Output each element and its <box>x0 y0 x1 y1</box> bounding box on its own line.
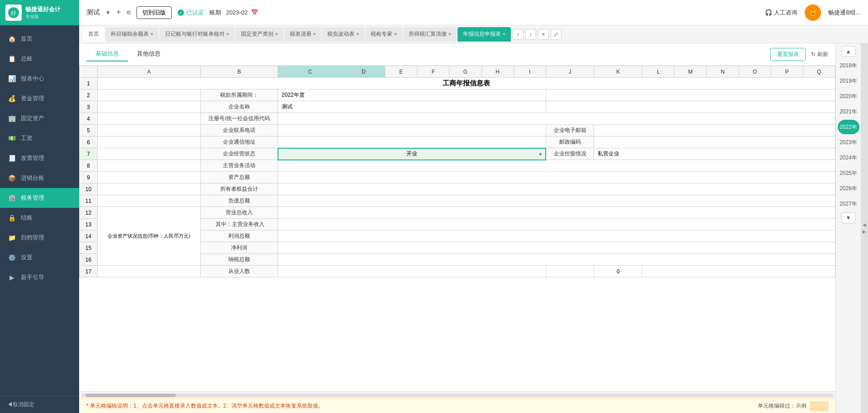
sidebar-item-archive[interactable]: 📁 归档管理 <box>0 228 79 248</box>
year-2018[interactable]: 2018年 <box>838 58 859 73</box>
workspace-settings-icon[interactable]: ⚙ <box>126 9 131 16</box>
cell-4-c[interactable] <box>278 113 835 125</box>
cell-6-b: 企业通信地址 <box>200 136 278 148</box>
tab-tax-expert-close[interactable]: × <box>394 32 397 37</box>
cell-13-c[interactable] <box>278 219 835 230</box>
svg-text:🐱: 🐱 <box>810 9 816 16</box>
tab-journal[interactable]: 日记账与银行对账单核对 × <box>160 27 235 42</box>
cell-15-c[interactable] <box>278 242 835 254</box>
tab-expand-button[interactable]: ⤢ <box>551 29 561 40</box>
tab-tax-table-close[interactable]: × <box>313 32 316 37</box>
invoice-icon: 🧾 <box>7 154 16 163</box>
table-row: 8 主营业务活动 <box>80 160 835 172</box>
h-scrollbar[interactable] <box>79 391 835 399</box>
cell-17-k[interactable]: 0 <box>594 266 642 277</box>
tab-tax-fluctuation-close[interactable]: × <box>356 32 359 37</box>
year-2023[interactable]: 2023年 <box>838 135 859 150</box>
cell-8-c[interactable] <box>278 160 835 172</box>
sidebar-item-home[interactable]: 🏠 首页 <box>0 29 79 49</box>
cell-1-title[interactable]: 工商年报信息表 <box>98 78 835 89</box>
switch-version-button[interactable]: 切到旧版 <box>137 6 172 19</box>
spreadsheet-wrapper[interactable]: A B C D E F G H I J K L <box>79 66 835 391</box>
year-2019[interactable]: 2019年 <box>838 74 859 88</box>
sidebar-label-archive: 归档管理 <box>21 234 44 242</box>
consult-button[interactable]: 🎧 人工咨询 <box>765 9 797 17</box>
refresh-button[interactable]: ↻ 刷新 <box>811 51 828 58</box>
cell-3-a <box>98 101 201 113</box>
table-row: 4 注册号/统一社会信用代码 <box>80 113 835 125</box>
col-header-l: L <box>642 66 675 78</box>
sidebar-item-invoice[interactable]: 🧾 发票管理 <box>0 148 79 168</box>
year-2022[interactable]: 2022年 <box>838 120 859 134</box>
sidebar-item-fixed-asset[interactable]: 🏢 固定资产 <box>0 108 79 128</box>
tab-tax-expert[interactable]: 税检专家 × <box>365 27 402 42</box>
sidebar-item-inout[interactable]: 📦 进销台账 <box>0 168 79 188</box>
tab-next-button[interactable]: › <box>525 29 536 40</box>
tab-close-all-button[interactable]: × <box>538 29 549 40</box>
cell-2-c[interactable]: 2022年度 <box>278 89 546 101</box>
table-row: 7 企业经营状态 开业 ▼ 企业控股情况 私营企业 <box>80 148 835 160</box>
cell-5-k[interactable] <box>594 125 835 136</box>
tab-home[interactable]: 首页 <box>83 27 104 42</box>
year-2020[interactable]: 2020年 <box>838 89 859 103</box>
tab-auxiliary-close[interactable]: × <box>151 32 153 37</box>
cell-12-c[interactable] <box>278 207 835 219</box>
tab-annual-report-close[interactable]: × <box>503 32 505 37</box>
cell-3-c[interactable]: 测试 <box>278 101 546 113</box>
cell-7-k[interactable]: 私营企业 <box>594 148 835 160</box>
tab-fixed-asset-type[interactable]: 固定资产类别 × <box>236 27 283 42</box>
tab-income-tax[interactable]: 所得税汇算清缴 × <box>403 27 457 42</box>
sidebar-item-guide[interactable]: ▶ 新手引导 <box>0 268 79 287</box>
row-num-11: 11 <box>80 195 98 207</box>
workspace-chevron-icon[interactable]: ▼ <box>105 9 111 16</box>
reset-report-button[interactable]: 重置报表 <box>770 48 806 61</box>
cancel-fixed-button[interactable]: ◀取消固定 <box>7 401 72 408</box>
cell-2-rest <box>546 89 835 101</box>
cell-11-c[interactable] <box>278 195 835 207</box>
cell-17-c[interactable] <box>278 266 546 277</box>
year-2025[interactable]: 2025年 <box>838 166 859 180</box>
row-num-12: 12 <box>80 207 98 219</box>
sidebar-item-ledger[interactable]: 📋 总账 <box>0 49 79 69</box>
sidebar-item-closing[interactable]: 🔒 结账 <box>0 208 79 228</box>
year-2026[interactable]: 2026年 <box>838 181 859 196</box>
sidebar-item-tax[interactable]: 🏛️ 税务管理 <box>0 188 79 208</box>
table-row: 17 从业人数 0 <box>80 266 835 277</box>
tab-fixed-asset-type-close[interactable]: × <box>275 32 278 37</box>
cell-9-c[interactable] <box>278 172 835 183</box>
col-header-c: C <box>278 66 342 78</box>
cell-5-c[interactable] <box>278 125 546 136</box>
sidebar-item-payroll[interactable]: 💵 工资 <box>0 128 79 148</box>
sidebar-label-tax: 税务管理 <box>21 194 44 202</box>
cell-14-c[interactable] <box>278 230 835 242</box>
cell-16-c[interactable] <box>278 254 835 266</box>
tab-journal-close[interactable]: × <box>226 32 229 37</box>
year-2027[interactable]: 2027年 <box>838 197 859 211</box>
add-workspace-button[interactable]: + <box>116 8 121 17</box>
sidebar-item-funds[interactable]: 💰 资金管理 <box>0 89 79 108</box>
year-down-button[interactable]: ▼ <box>841 212 856 223</box>
cell-7-c[interactable]: 开业 ▼ <box>278 148 546 160</box>
tab-auxiliary[interactable]: 科目辅助余额表 × <box>105 27 159 42</box>
cell-7-j: 企业控股情况 <box>546 148 594 160</box>
tab-prev-button[interactable]: ‹ <box>513 29 524 40</box>
cell-10-c[interactable] <box>278 183 835 195</box>
tab-tax-table[interactable]: 税表清册 × <box>284 27 321 42</box>
cell-15-b: 净利润 <box>200 242 278 254</box>
year-2024[interactable]: 2024年 <box>838 150 859 165</box>
year-2021[interactable]: 2021年 <box>838 104 859 119</box>
cell-6-c[interactable] <box>278 136 546 148</box>
tab-annual-report[interactable]: 年报信息申报表 × <box>458 27 511 42</box>
cell-6-k[interactable] <box>594 136 835 148</box>
year-up-button[interactable]: ▲ <box>841 46 856 57</box>
right-panel-toggle[interactable]: ◀ ▶ <box>861 43 868 413</box>
h-scroll-thumb[interactable] <box>85 394 176 397</box>
sheet-tab-basic[interactable]: 基础信息 <box>86 47 128 61</box>
tab-tax-fluctuation[interactable]: 税负波动表 × <box>322 27 364 42</box>
col-header-m: M <box>675 66 707 78</box>
sidebar-item-settings[interactable]: ⚙️ 设置 <box>0 248 79 268</box>
sheet-tab-other[interactable]: 其他信息 <box>128 47 170 61</box>
sidebar-item-report[interactable]: 📊 报表中心 <box>0 69 79 89</box>
tab-bar: 首页 科目辅助余额表 × 日记账与银行对账单核对 × 固定资产类别 × 税表清册… <box>79 25 868 43</box>
tab-income-tax-close[interactable]: × <box>448 32 451 37</box>
